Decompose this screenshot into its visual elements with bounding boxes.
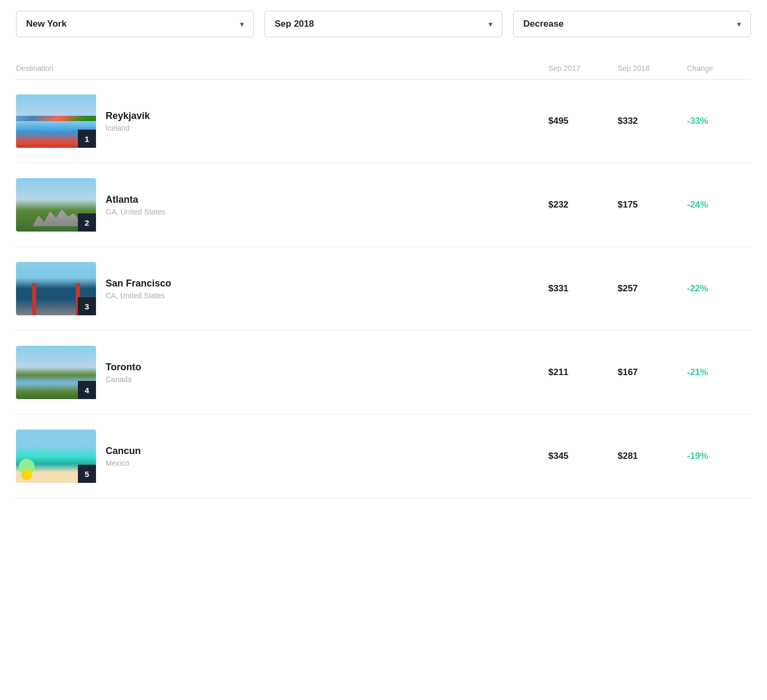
price-2018: $175	[618, 200, 687, 210]
destination-image-wrapper: 4	[16, 346, 96, 399]
destination-name: Atlanta	[106, 194, 165, 205]
destination-image-wrapper: 1	[16, 94, 96, 148]
destination-location: Mexico	[106, 459, 141, 467]
destination-cell: 3 San Francisco CA, United States	[16, 262, 548, 315]
price-2017: $345	[548, 451, 618, 462]
table-row: 3 San Francisco CA, United States $331 $…	[16, 247, 751, 331]
destination-cell: 5 Cancun Mexico	[16, 429, 548, 483]
rank-badge: 4	[78, 381, 96, 399]
destination-info: Toronto Canada	[106, 362, 141, 384]
destination-location: Canada	[106, 375, 141, 384]
sort-filter[interactable]: Decrease ▾	[513, 11, 751, 37]
destination-info: Atlanta GA, United States	[106, 194, 165, 216]
price-change: -19%	[687, 451, 751, 462]
destination-name: San Francisco	[106, 278, 171, 289]
destination-image-wrapper: 2	[16, 178, 96, 232]
table-row: 5 Cancun Mexico $345 $281 -19%	[16, 415, 751, 498]
price-2017: $211	[548, 367, 618, 378]
destination-cell: 4 Toronto Canada	[16, 346, 548, 399]
month-filter[interactable]: Sep 2018 ▾	[265, 11, 502, 37]
city-filter-chevron: ▾	[240, 20, 244, 28]
price-2017: $232	[548, 200, 618, 210]
table-row: 2 Atlanta GA, United States $232 $175 -2…	[16, 163, 751, 247]
destination-location: CA, United States	[106, 291, 171, 300]
destination-image-wrapper: 5	[16, 429, 96, 483]
rank-badge: 5	[78, 465, 96, 483]
price-2017: $331	[548, 283, 618, 294]
destination-location: GA, United States	[106, 208, 165, 216]
month-filter-chevron: ▾	[489, 20, 492, 28]
table-body: 1 Reykjavik Iceland $495 $332 -33% 2 Atl…	[16, 79, 751, 498]
destination-image-wrapper: 3	[16, 262, 96, 315]
price-2018: $332	[618, 116, 687, 126]
month-filter-label: Sep 2018	[275, 19, 314, 29]
rank-badge: 3	[78, 297, 96, 315]
destination-name: Cancun	[106, 446, 141, 457]
price-change: -33%	[687, 116, 751, 126]
price-2018: $281	[618, 451, 687, 462]
city-filter[interactable]: New York ▾	[16, 11, 254, 37]
header-destination: Destination	[16, 64, 548, 73]
rank-badge: 1	[78, 130, 96, 148]
price-change: -22%	[687, 283, 751, 294]
destination-info: Cancun Mexico	[106, 446, 141, 467]
table-row: 1 Reykjavik Iceland $495 $332 -33%	[16, 79, 751, 163]
header-year1: Sep 2017	[548, 64, 618, 73]
filters-bar: New York ▾ Sep 2018 ▾ Decrease ▾	[16, 11, 751, 37]
sort-filter-chevron: ▾	[737, 20, 741, 28]
destination-name: Reykjavik	[106, 110, 150, 122]
destination-info: Reykjavik Iceland	[106, 110, 150, 132]
sort-filter-label: Decrease	[523, 19, 564, 29]
rank-badge: 2	[78, 213, 96, 232]
destination-location: Iceland	[106, 124, 150, 132]
price-change: -21%	[687, 367, 751, 378]
city-filter-label: New York	[26, 19, 67, 29]
destination-cell: 1 Reykjavik Iceland	[16, 94, 548, 148]
destination-name: Toronto	[106, 362, 141, 373]
price-2018: $257	[618, 283, 687, 294]
table-header: Destination Sep 2017 Sep 2018 Change	[16, 64, 751, 79]
destination-info: San Francisco CA, United States	[106, 278, 171, 300]
price-change: -24%	[687, 200, 751, 210]
price-2018: $167	[618, 367, 687, 378]
header-change: Change	[687, 64, 751, 73]
destination-cell: 2 Atlanta GA, United States	[16, 178, 548, 232]
price-2017: $495	[548, 116, 618, 126]
table-row: 4 Toronto Canada $211 $167 -21%	[16, 331, 751, 415]
header-year2: Sep 2018	[618, 64, 687, 73]
